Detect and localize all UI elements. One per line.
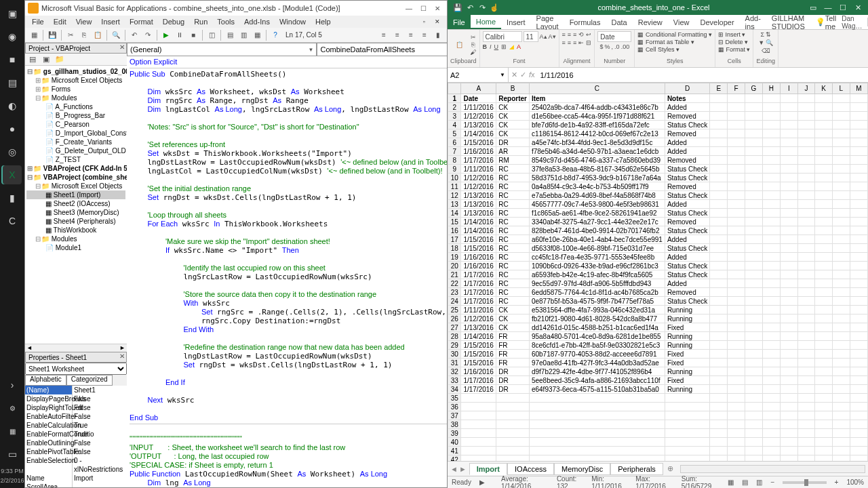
row-header[interactable]: 14: [448, 209, 461, 218]
table-row[interactable]: 61/15/2016DRa45e74fc-bf34-4fdd-9ec1-8e5d…: [448, 138, 868, 147]
menu-insert[interactable]: Insert: [97, 18, 124, 26]
align-center-icon[interactable]: ≡: [568, 39, 571, 46]
cell[interactable]: [745, 165, 762, 174]
cell[interactable]: Removed: [665, 112, 709, 121]
currency-icon[interactable]: $: [600, 43, 604, 50]
cell[interactable]: Item: [529, 94, 665, 103]
cell[interactable]: 1/17/2016: [461, 279, 496, 288]
cell[interactable]: [780, 314, 797, 323]
cell[interactable]: [833, 138, 850, 147]
cell[interactable]: CK: [496, 103, 530, 112]
cell[interactable]: [833, 191, 850, 200]
table-row[interactable]: 121/13/2016RCe7a5ebba-0a29-4d69-8bef-f4a…: [448, 191, 868, 200]
props-tab-alpha[interactable]: Alphabetic: [25, 375, 66, 386]
row-header[interactable]: 39: [448, 429, 461, 438]
table-row[interactable]: 201/16/2016RC1090b6cd-0926-433e-b9ad-e96…: [448, 262, 868, 270]
cell[interactable]: [745, 191, 762, 200]
table-row[interactable]: 321/16/2016DRd9f7b229-42fe-4dbe-9f77-f41…: [448, 367, 868, 376]
cell[interactable]: [762, 94, 780, 103]
table-row[interactable]: 31/12/2016CKd1e56bee-cca5-44ca-995f-1f97…: [448, 112, 868, 121]
cell[interactable]: [850, 253, 867, 262]
table-row[interactable]: 1DateReporterItemNotes: [448, 94, 868, 103]
cell[interactable]: DR: [496, 376, 530, 385]
cell[interactable]: [762, 420, 780, 429]
props-tab-cat[interactable]: Categorized: [66, 375, 113, 386]
cell[interactable]: [745, 350, 762, 359]
cell[interactable]: [833, 94, 850, 103]
menu-format[interactable]: Format: [125, 18, 157, 26]
cell[interactable]: [496, 403, 530, 411]
merge-icon[interactable]: ⊟: [586, 39, 591, 46]
indent-dec-icon[interactable]: ⇤: [578, 39, 584, 46]
cell[interactable]: [850, 438, 867, 447]
table-row[interactable]: 281/14/2016FR95a8a480-5701-4ce0-8d9a-628…: [448, 332, 868, 341]
cell[interactable]: [745, 129, 762, 138]
cell[interactable]: [815, 420, 833, 429]
cell[interactable]: 1/14/2016: [461, 226, 496, 235]
dec-dec-icon[interactable]: .00: [621, 43, 630, 50]
cell[interactable]: CK: [496, 314, 530, 323]
cell[interactable]: [745, 403, 762, 411]
cell[interactable]: [710, 411, 728, 420]
cell[interactable]: [710, 385, 728, 394]
cell[interactable]: [762, 270, 780, 279]
zoom-in-icon[interactable]: +: [835, 479, 839, 486]
cell[interactable]: [833, 129, 850, 138]
cell[interactable]: 8549c97d-d456-4746-a337-c7a5860ebd39: [529, 156, 665, 165]
table-row[interactable]: 101/12/2016RC58d3751d-b8d7-4953-9dc9-b16…: [448, 174, 868, 182]
cell[interactable]: [745, 138, 762, 147]
cell[interactable]: [815, 165, 833, 174]
zoom-level[interactable]: 100%: [846, 479, 864, 486]
cell[interactable]: [745, 209, 762, 218]
cell[interactable]: RC: [496, 174, 530, 182]
view-normal-icon[interactable]: ▦: [728, 479, 734, 486]
cell[interactable]: 1/14/2016: [461, 218, 496, 226]
cell[interactable]: 3340ab4f-3275-4a27-9cc1-44e32ee2e17c: [529, 218, 665, 226]
cell[interactable]: [710, 394, 728, 403]
cell[interactable]: [797, 447, 815, 455]
cell[interactable]: [665, 438, 709, 447]
cell[interactable]: RC: [496, 226, 530, 235]
cell[interactable]: [762, 191, 780, 200]
cell[interactable]: [797, 129, 815, 138]
cell[interactable]: [745, 341, 762, 350]
cell[interactable]: 37fe8a53-8eaa-48b5-8167-345d62e5645b: [529, 165, 665, 174]
cell[interactable]: [850, 332, 867, 341]
table-row[interactable]: 42: [448, 455, 868, 462]
cell[interactable]: Status Check: [665, 297, 709, 306]
cell[interactable]: [815, 323, 833, 332]
cell[interactable]: [710, 218, 728, 226]
cell[interactable]: 1/11/2016: [461, 306, 496, 314]
cell[interactable]: [745, 367, 762, 376]
row-header[interactable]: 42: [448, 455, 461, 462]
cell[interactable]: fb210f21-9080-4d61-8028-542dc8a8b477: [529, 314, 665, 323]
cell[interactable]: [815, 306, 833, 314]
row-header[interactable]: 38: [448, 420, 461, 429]
cell[interactable]: RC: [496, 288, 530, 297]
cell[interactable]: [815, 332, 833, 341]
cell[interactable]: [710, 270, 728, 279]
row-header[interactable]: 17: [448, 235, 461, 244]
fill-color-icon[interactable]: ◢: [509, 43, 514, 50]
cell[interactable]: [780, 455, 797, 462]
cell[interactable]: 25402a9b-dca7-4f64-addb-c43431e86c7b: [529, 103, 665, 112]
cell[interactable]: 1/15/2016: [461, 138, 496, 147]
cell[interactable]: [780, 156, 797, 165]
excel-close-icon[interactable]: ✕: [852, 1, 864, 14]
autosum-icon[interactable]: Σ: [760, 31, 764, 38]
cell[interactable]: [762, 244, 780, 253]
row-header[interactable]: 11: [448, 182, 461, 191]
cell[interactable]: [850, 455, 867, 462]
cell[interactable]: [745, 376, 762, 385]
cell[interactable]: 1/14/2016: [461, 129, 496, 138]
cell[interactable]: Removed: [665, 288, 709, 297]
cell[interactable]: [745, 306, 762, 314]
cell[interactable]: [728, 279, 745, 288]
sheet-tab-import[interactable]: Import: [469, 463, 507, 475]
cell[interactable]: [815, 200, 833, 209]
cell[interactable]: Added: [665, 279, 709, 288]
column-header[interactable]: J: [797, 83, 815, 94]
cell[interactable]: [710, 288, 728, 297]
cell[interactable]: [710, 209, 728, 218]
cell[interactable]: [833, 209, 850, 218]
